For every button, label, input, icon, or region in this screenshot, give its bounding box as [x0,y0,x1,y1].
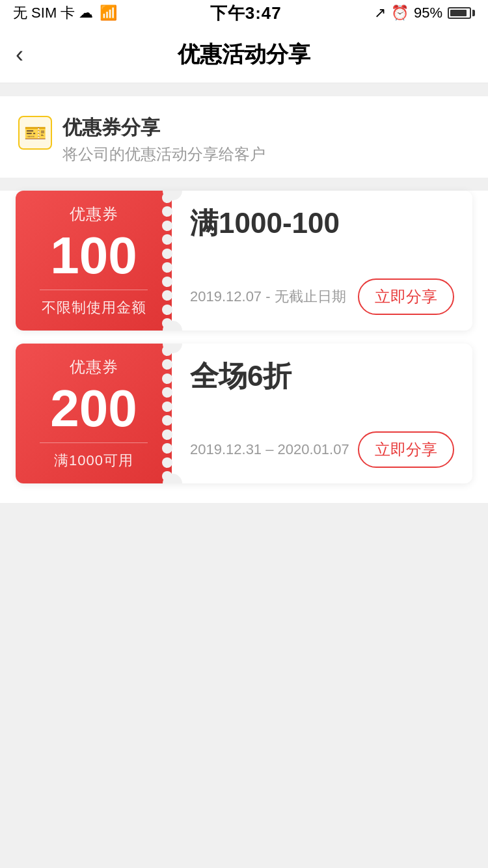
coupon-card-1: 优惠券 100 不限制使用金额 满1000-100 2019.12.07 - 无… [16,191,472,331]
battery-percent: 95% [414,5,442,21]
status-time: 下午3:47 [210,2,282,25]
serrated-edge-1 [162,191,172,331]
coupon-name-2: 全场6折 [190,359,454,394]
section-text: 优惠券分享 将公司的优惠活动分享给客户 [62,115,265,165]
coupon-right-1: 满1000-100 2019.12.07 - 无截止日期 立即分享 [172,191,472,331]
status-left: 无 SIM 卡 ☁ 📶 [13,3,117,23]
coupon-amount-1: 100 [50,230,137,282]
coupon-divider-1 [40,290,148,290]
location-icon: ↗ [374,5,386,21]
sim-text: 无 SIM 卡 ☁ [13,3,93,23]
coupon-name-1: 满1000-100 [190,206,454,241]
section-subtitle: 将公司的优惠活动分享给客户 [62,144,265,165]
coupon-date-2: 2019.12.31 – 2020.01.07 [190,441,358,458]
section-icon: 🎫 [18,116,52,150]
page-title: 优惠活动分享 [178,40,310,70]
coupon-list: 优惠券 100 不限制使用金额 满1000-100 2019.12.07 - 无… [0,191,488,503]
coupon-condition-1: 不限制使用金额 [42,298,146,318]
status-bar: 无 SIM 卡 ☁ 📶 下午3:47 ↗ ⏰ 95% [0,0,488,26]
share-button-1[interactable]: 立即分享 [358,278,454,315]
coupon-divider-2 [40,442,148,443]
serrated-edge-2 [162,344,172,483]
coupon-right-2: 全场6折 2019.12.31 – 2020.01.07 立即分享 [172,344,472,483]
coupon-label-1: 优惠券 [70,204,118,224]
coupon-card-2: 优惠券 200 满1000可用 全场6折 2019.12.31 – 2020.0… [16,344,472,483]
coupon-label-2: 优惠券 [70,357,118,377]
status-right: ↗ ⏰ 95% [374,5,475,21]
alarm-icon: ⏰ [391,5,409,21]
share-button-2[interactable]: 立即分享 [358,431,454,468]
coupon-amount-2: 200 [50,383,137,435]
coupon-condition-2: 满1000可用 [54,451,133,470]
coupon-left-1: 优惠券 100 不限制使用金额 [16,191,172,331]
back-button[interactable]: ‹ [16,41,23,68]
nav-bar: ‹ 优惠活动分享 [0,26,488,83]
battery-icon [448,7,475,19]
coupon-meta-2: 2019.12.31 – 2020.01.07 立即分享 [190,431,454,468]
coupon-meta-1: 2019.12.07 - 无截止日期 立即分享 [190,278,454,315]
section-header: 🎫 优惠券分享 将公司的优惠活动分享给客户 [0,96,488,178]
wifi-icon: 📶 [100,5,117,21]
coupon-left-2: 优惠券 200 满1000可用 [16,344,172,483]
bottom-area [0,503,488,828]
coupon-date-1: 2019.12.07 - 无截止日期 [190,287,358,306]
section-title: 优惠券分享 [62,115,265,140]
